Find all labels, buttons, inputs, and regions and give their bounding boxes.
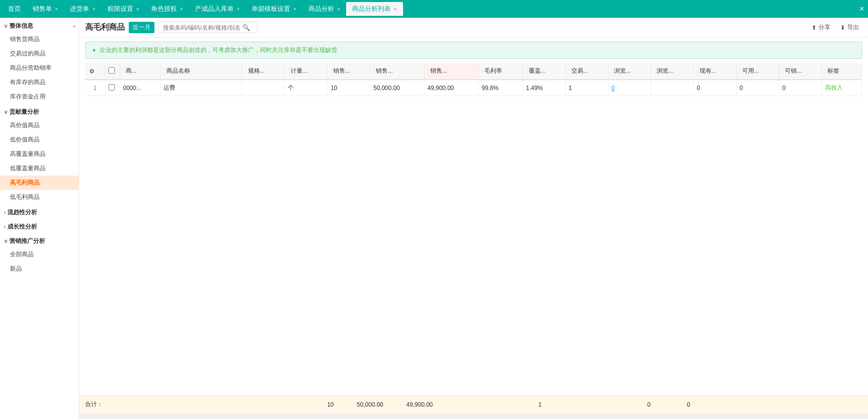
footer-current-stock: 0 (615, 401, 655, 408)
row-checkbox[interactable] (105, 80, 120, 96)
sidebar-item-low-margin[interactable]: 低毛利商品 (0, 190, 79, 204)
cell-sales-profit: 49,900.00 (424, 80, 478, 96)
cell-tag: 高收入 (822, 80, 862, 96)
sidebar-item-high-value[interactable]: 高价值商品 (0, 118, 79, 133)
col-spec[interactable]: :规格... (242, 63, 285, 80)
col-sales-count[interactable]: :销售... (327, 63, 370, 80)
sidebar-group-trend[interactable]: › 流趋性分析 (0, 204, 79, 219)
sidebar-item-low-coverage[interactable]: 低覆盖量商品 (0, 161, 79, 176)
col-coverage[interactable]: :覆盖... (523, 63, 565, 80)
select-all-checkbox[interactable] (108, 67, 115, 74)
cell-name: 运费 (160, 80, 242, 96)
sidebar-item-all-goods[interactable]: 全部商品 (0, 247, 79, 262)
horizontal-scrollbar[interactable] (79, 413, 868, 419)
date-filter-button[interactable]: 近一月 (129, 22, 154, 33)
col-tag[interactable]: :标签 (822, 63, 862, 80)
sidebar-item-low-value[interactable]: 低价值商品 (0, 133, 79, 147)
info-icon: ✦ (92, 47, 97, 54)
sidebar-group-growth[interactable]: › 成长性分析 (0, 219, 79, 233)
share-button[interactable]: ⬆ 分享 (809, 22, 833, 33)
main-area: « ∨ 整体信息 销售货商品 交易过的商品 商品分营助销率 有库存的商品 库存资… (0, 18, 868, 419)
search-icon[interactable]: 🔍 (242, 24, 250, 31)
sidebar-group-contribution[interactable]: ∨ 贡献量分析 (0, 104, 79, 118)
cell-coverage: 1.49% (523, 80, 565, 96)
cell-browse2 (651, 80, 694, 96)
tab-sales-order[interactable]: 销售单 × (27, 2, 64, 16)
tab-product-inbound[interactable]: 产成品入库单 × (189, 2, 246, 16)
table-wrapper[interactable]: ⚙ :商... :商品名称 :规格... :计量... :销售... :销售..… (85, 63, 862, 395)
search-input[interactable] (163, 24, 242, 31)
col-available[interactable]: :可用... (736, 63, 779, 80)
top-nav: 首页 销售单 × 进货单 × 权限设置 × 角色授权 × 产成品入库单 × 单据… (0, 0, 868, 18)
col-checkbox[interactable] (105, 63, 120, 80)
tab-home[interactable]: 首页 (2, 2, 27, 16)
footer-sales-count: 10 (298, 401, 338, 408)
sidebar-collapse-button[interactable]: « (70, 22, 79, 31)
chevron-right-icon: › (4, 210, 5, 215)
cell-spec (242, 80, 285, 96)
tab-close-icon[interactable]: × (55, 6, 58, 12)
cell-browse1[interactable]: 0 (608, 80, 651, 96)
sidebar-group-marketing[interactable]: ∨ 营销推广分析 (0, 233, 79, 247)
col-unit[interactable]: :计量... (285, 63, 327, 80)
cell-unit: 个 (285, 80, 327, 96)
export-icon: ⬇ (840, 24, 845, 31)
sidebar-item-traded-goods[interactable]: 交易过的商品 (0, 47, 79, 61)
chevron-down-icon: ∨ (4, 238, 7, 244)
sidebar-item-goods-assist-rate[interactable]: 商品分营助销率 (0, 61, 79, 75)
tab-close-icon[interactable]: × (293, 6, 296, 12)
footer-sales-amount: 50,000.00 (338, 401, 387, 408)
col-sellable[interactable]: :可销... (779, 63, 821, 80)
cell-code: 0000... (120, 80, 160, 96)
col-sales-amount[interactable]: :销售... (370, 63, 424, 80)
col-name[interactable]: :商品名称 (160, 63, 242, 80)
chevron-right-icon: › (4, 224, 5, 230)
sidebar-item-new-goods[interactable]: 新品 (0, 262, 79, 276)
footer-sales-profit: 49,900.00 (387, 401, 437, 408)
col-code[interactable]: :商... (120, 63, 160, 80)
tab-close-icon[interactable]: × (136, 6, 139, 12)
sidebar-item-high-margin[interactable]: 高毛利商品 (0, 176, 79, 190)
cell-gross-margin: 99.8% (478, 80, 523, 96)
footer-label: 合计： (85, 400, 125, 409)
tab-template-settings[interactable]: 单据模板设置 × (246, 2, 302, 16)
info-banner: ✦ 企业的主要的利润都是这部分商品创造的，可考虑加大推广，同时关注库存是不要出现… (85, 42, 862, 59)
cell-trade: 1 (565, 80, 608, 96)
tab-purchase[interactable]: 进货单 × (64, 2, 101, 16)
export-button[interactable]: ⬇ 导出 (837, 22, 862, 33)
tab-product-analysis[interactable]: 商品分析 × (303, 2, 346, 16)
sidebar-group-overall[interactable]: ∨ 整体信息 (0, 18, 79, 32)
footer-available: 0 (655, 401, 694, 408)
sidebar-item-stocked-goods[interactable]: 有库存的商品 (0, 75, 79, 90)
cell-sales-amount: 50,000.00 (370, 80, 424, 96)
window-close-button[interactable]: × (860, 4, 864, 13)
tab-close-icon[interactable]: × (394, 6, 397, 12)
tab-close-icon[interactable]: × (92, 6, 95, 12)
tab-close-icon[interactable]: × (180, 6, 183, 12)
col-current-stock[interactable]: :现有... (694, 63, 736, 80)
col-browse1[interactable]: :浏览... (608, 63, 651, 80)
tab-product-analysis-list[interactable]: 商品分析列表 × (346, 2, 403, 16)
tab-roles[interactable]: 角色授权 × (145, 2, 189, 16)
sidebar-item-stock-funds[interactable]: 库存资金占用 (0, 90, 79, 104)
row-number: 1 (85, 80, 105, 96)
table-footer: 合计： 10 50,000.00 49,900.00 1 0 0 (79, 395, 868, 413)
tab-close-icon[interactable]: × (337, 6, 340, 12)
cell-current-stock: 0 (694, 80, 736, 96)
content-header: 高毛利商品 近一月 🔍 ⬆ 分享 ⬇ 导出 (79, 18, 868, 38)
sidebar-item-sales-goods[interactable]: 销售货商品 (0, 32, 79, 47)
tab-permissions[interactable]: 权限设置 × (102, 2, 145, 16)
col-sales-profit[interactable]: :销售... (424, 63, 478, 80)
col-gross-margin[interactable]: :毛利率 (478, 63, 523, 80)
cell-sellable: 0 (779, 80, 821, 96)
share-icon: ⬆ (812, 24, 817, 31)
col-browse2[interactable]: :浏览... (651, 63, 694, 80)
sidebar-item-high-coverage[interactable]: 高覆盖量商品 (0, 147, 79, 161)
cell-sales-count: 10 (327, 80, 370, 96)
col-trade[interactable]: :交易... (565, 63, 608, 80)
footer-trade: 1 (506, 401, 546, 408)
tab-close-icon[interactable]: × (237, 6, 240, 12)
col-settings[interactable]: ⚙ (85, 63, 105, 80)
sidebar: « ∨ 整体信息 销售货商品 交易过的商品 商品分营助销率 有库存的商品 库存资… (0, 18, 79, 419)
table-header-row: ⚙ :商... :商品名称 :规格... :计量... :销售... :销售..… (85, 63, 862, 80)
